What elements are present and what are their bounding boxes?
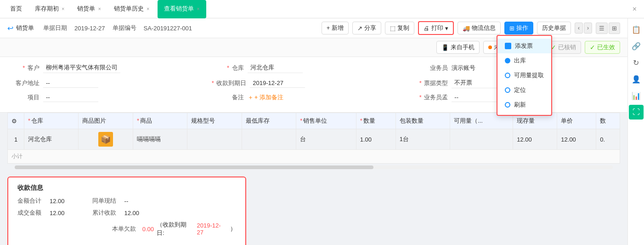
outbound-icon [505,58,510,63]
row-qty: 1.00 [356,129,395,150]
row-image: 📦 [79,129,133,150]
address-value: -- [43,79,98,88]
settlement-value: -- [124,198,129,205]
amount-item: 金额合计 12.00 [17,197,65,205]
tab-sales-close[interactable]: × [98,6,101,11]
date-value: 2019-12-27 [74,25,105,32]
date-label: 单据日期 [43,24,67,32]
due-note-end: ） [230,225,236,233]
number-label: 单据编号 [113,24,136,32]
locate-icon [505,87,510,93]
subtotal-row: 小计 [8,150,620,164]
deal-item: 成交金额 12.00 [17,209,65,217]
from-phone-button[interactable]: 📱 来自手机 [436,41,480,54]
sidebar-expand-icon[interactable]: ⛶ [629,105,644,120]
prev-button[interactable]: ‹ [575,23,583,34]
tab-home[interactable]: 首页 [4,0,28,18]
col-price: 单价 [557,113,596,129]
add-note-button[interactable]: ＋ + 添加备注 [248,93,283,102]
settlement-item: 同单现结 -- [92,197,129,205]
share-button[interactable]: ↗ 分享 [352,22,381,34]
payment-section: 收款信息 金额合计 12.00 同单现结 -- 成交金额 12.00 累计收款 [7,177,246,245]
project-label: 项目 [7,93,40,102]
cumulative-value: 12.00 [124,210,140,217]
sidebar-chart-icon[interactable]: 📊 [629,88,644,103]
staff-label: 业务员 [416,64,448,72]
sidebar-link-icon[interactable]: 🔗 [629,39,644,53]
scroll-track[interactable] [15,165,613,169]
available-qty-icon [505,73,510,78]
row-num: 1 [8,129,24,150]
address-label: 客户地址 [7,79,40,87]
tab-inventory-close[interactable]: × [62,6,64,11]
history-button[interactable]: 历史单据 [537,22,571,34]
dropdown-refresh[interactable]: 刷新 [497,97,551,112]
subtotal-label: 小计 [8,150,620,164]
right-sidebar: 📋 🔗 ↻ 👤 📊 ⛶ [627,18,644,245]
col-amount: 数 [596,113,620,129]
note-label: 备注 [212,93,244,102]
cumulative-item: 累计收款 12.00 [92,209,140,217]
dropdown-outbound[interactable]: 出库 [497,53,551,68]
operate-button[interactable]: ⊞ 操作 [504,22,533,34]
copy-button[interactable]: ⬚ 复制 [385,22,414,34]
doc-actions: + 新增 ↗ 分享 ⬚ 复制 🖨 打印 ▾ 🚚 物流信息 [322,21,620,35]
add-icon: ＋ [248,93,254,102]
product-image: 📦 [98,132,113,147]
dropdown-locate[interactable]: 定位 [497,83,551,97]
next-button[interactable]: › [584,23,592,34]
row-price: 12.00 [557,129,596,150]
print-icon: 🖨 [424,25,429,32]
project-field: 项目 -- [7,93,212,102]
view-buttons: ☰ ⊞ [596,23,620,34]
copy-icon: ⬚ [390,25,395,32]
window-close-button[interactable]: × [629,5,640,13]
amount-label: 金额合计 [17,197,45,205]
dropdown-available-qty[interactable]: 可用量提取 [497,68,551,83]
tab-sales-history-close[interactable]: × [147,6,149,11]
tab-view-sales-close[interactable]: × [197,6,199,11]
tab-sales[interactable]: 销货单 × [71,0,107,18]
effective-check-icon: ✓ [590,44,595,51]
customer-value: 柳州粤港平安气体有限公司 [43,63,120,73]
grid-view-button[interactable]: ⊞ [609,23,620,34]
dropdown-add-invoice[interactable]: 添发票 [497,39,551,53]
tab-inventory[interactable]: 库存期初 × [28,0,71,18]
not-open-dot [488,46,492,49]
tab-sales-history[interactable]: 销货单历史 × [107,0,156,18]
doc-icon: ↩ [7,24,13,33]
row-stock: 12.00 [513,129,557,150]
ticket-label: 票据类型 [424,80,448,86]
col-image: 商品图片 [79,113,133,129]
refresh-icon [505,102,510,108]
payment-row-3: 本单欠款 0.00 （收款到期日: 2019-12-27 ） [17,221,236,237]
sidebar-doc-icon[interactable]: 📋 [629,22,644,37]
sidebar-user-icon[interactable]: 👤 [629,72,644,86]
print-button[interactable]: 🖨 打印 ▾ [418,21,454,35]
logistics-button[interactable]: 🚚 物流信息 [458,22,501,34]
row-spec [187,129,242,150]
col-qty: *数量 [356,113,395,129]
share-icon: ↗ [357,25,362,32]
col-settings[interactable]: ⚙ [8,113,24,129]
note-field: 备注 ＋ + 添加备注 [212,93,416,102]
tab-bar: 首页 库存期初 × 销货单 × 销货单历史 × 查看销货单 × × [0,0,644,18]
row-pkg-qty: 1台 [395,129,450,150]
doc-meta: 单据日期 2019-12-27 单据编号 SA-20191227-001 [43,24,192,32]
phone-icon: 📱 [441,44,449,51]
customer-field: * 客户 柳州粤港平安气体有限公司 [7,63,212,73]
row-amount: 0. [596,129,620,150]
tab-view-sales[interactable]: 查看销货单 × [158,0,206,18]
due-date-label: 收款到期日 [216,80,246,86]
new-button[interactable]: + 新增 [322,22,349,34]
deal-value: 12.00 [50,210,65,217]
col-product: *商品 [133,113,187,129]
list-view-button[interactable]: ☰ [596,23,608,34]
data-table: ⚙ *仓库 商品图片 *商品 规格型号 最低库存 *销售单位 *数量 包装数量 … [7,113,620,164]
doc-title: ↩ 销货单 [7,24,34,33]
effective-status-button[interactable]: ✓ 已生效 [585,41,620,54]
sidebar-rotate-icon[interactable]: ↻ [629,55,644,70]
col-warehouse: *仓库 [24,113,79,129]
scroll-thumb[interactable] [15,165,373,169]
row-unit: 台 [296,129,356,150]
